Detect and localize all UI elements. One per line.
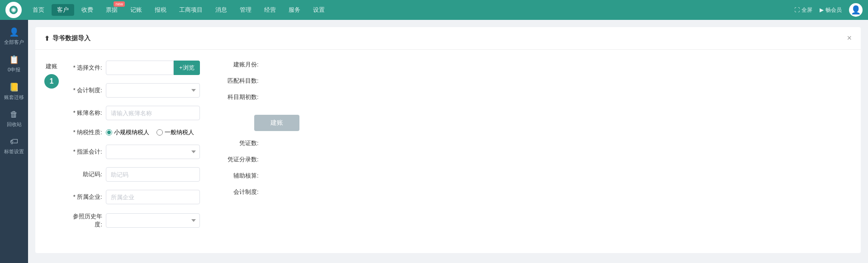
assign-accountant-select[interactable] xyxy=(106,145,200,159)
nav-item-business[interactable]: 工商项目 xyxy=(174,4,208,16)
build-account-label: 建账 xyxy=(46,62,57,70)
tax-general-input[interactable] xyxy=(157,129,163,136)
memo-row: 助记码: xyxy=(66,167,200,182)
memo-input[interactable] xyxy=(106,167,200,182)
build-account-button[interactable]: 建账 xyxy=(254,115,299,131)
vip-label: 畅会员 xyxy=(825,6,842,14)
sidebar-item-label: 0申报 xyxy=(8,66,20,73)
tax-small-radio[interactable]: 小规模纳税人 xyxy=(106,128,149,136)
file-input-group: +浏览 xyxy=(106,61,200,75)
nav-badge-new: new xyxy=(114,1,125,7)
accounting-system-row: 会计制度: xyxy=(218,188,336,196)
sidebar-item-label: 标签设置 xyxy=(4,148,24,155)
avatar-icon: 👤 xyxy=(851,5,861,15)
history-year-select[interactable] xyxy=(106,213,200,228)
history-year-label: 参照历史年度: xyxy=(66,212,102,229)
voucher-label: 凭证数: xyxy=(218,139,259,147)
form-area: 建账 1 * 选择文件: +浏览 xyxy=(35,50,861,248)
month-label: 建账月份: xyxy=(218,61,259,69)
nav-item-invoice-wrap[interactable]: 票据 new xyxy=(100,4,123,16)
sidebar-item-all-customers[interactable]: 👤 全部客户 xyxy=(1,23,27,49)
sidebar-item-label: 账套迁移 xyxy=(4,94,24,101)
sidebar-item-zero-declare[interactable]: 📋 0申报 xyxy=(1,51,27,77)
fullscreen-icon: ⛶ xyxy=(794,7,800,13)
sidebar: 👤 全部客户 📋 0申报 📒 账套迁移 🗑 回收站 🏷 标签设置 xyxy=(0,20,28,263)
fullscreen-label: 全屏 xyxy=(802,6,812,14)
top-navigation: 首页 客户 收费 票据 new 记账 报税 工商项目 消息 管理 经营 服务 设… xyxy=(0,0,868,20)
memo-label: 助记码: xyxy=(66,170,102,178)
svg-point-1 xyxy=(12,9,15,11)
voucher-entries-label: 凭证分录数: xyxy=(218,155,259,164)
nav-item-fee[interactable]: 收费 xyxy=(76,4,99,16)
sidebar-item-label: 回收站 xyxy=(7,121,22,128)
voucher-entries-row: 凭证分录数: xyxy=(218,155,336,164)
file-label: * 选择文件: xyxy=(66,64,102,72)
recycle-icon: 🗑 xyxy=(10,110,18,119)
content-area: ⬆ 导爷数据导入 × 建账 1 xyxy=(28,20,868,263)
close-button[interactable]: × xyxy=(847,33,852,43)
sidebar-item-account-migrate[interactable]: 📒 账套迁移 xyxy=(1,79,27,104)
build-btn-area: 建账 xyxy=(218,115,336,131)
sidebar-item-tag-settings[interactable]: 🏷 标签设置 xyxy=(1,133,27,159)
assign-accountant-label: * 指派会计: xyxy=(66,148,102,156)
file-row: * 选择文件: +浏览 xyxy=(66,61,200,75)
nav-item-manage[interactable]: 管理 xyxy=(234,4,257,16)
initial-label: 科目期初数: xyxy=(218,93,259,101)
all-customers-icon: 👤 xyxy=(9,27,19,37)
company-row: * 所属企业: xyxy=(66,190,200,204)
accounting-label: * 会计制度: xyxy=(66,86,102,94)
tax-small-input[interactable] xyxy=(106,129,112,136)
build-account-label-area: 建账 1 xyxy=(44,61,59,89)
import-icon: ⬆ xyxy=(44,35,50,42)
aux-row: 辅助核算: xyxy=(218,172,336,180)
vip-button[interactable]: ▶ 畅会员 xyxy=(820,6,842,14)
nav-item-home[interactable]: 首页 xyxy=(27,4,50,16)
voucher-row: 凭证数: xyxy=(218,139,336,147)
panel-title: ⬆ 导爷数据导入 xyxy=(44,34,90,42)
fullscreen-button[interactable]: ⛶ 全屏 xyxy=(794,6,812,14)
history-year-row: 参照历史年度: xyxy=(66,212,200,229)
browse-button[interactable]: +浏览 xyxy=(174,61,200,75)
nav-item-bookkeeping[interactable]: 记账 xyxy=(125,4,147,16)
tax-general-label: 一般纳税人 xyxy=(165,128,194,136)
aux-label: 辅助核算: xyxy=(218,172,259,180)
tax-type-label: * 纳税性质: xyxy=(66,128,102,136)
right-form: 建账月份: 匹配科目数: 科目期初数: 建账 xyxy=(218,61,336,237)
accounting-system-label: 会计制度: xyxy=(218,188,259,196)
nav-right: ⛶ 全屏 ▶ 畅会员 👤 xyxy=(794,3,863,17)
panel-header: ⬆ 导爷数据导入 × xyxy=(35,27,861,50)
ledger-row: * 账簿名称: xyxy=(66,106,200,120)
left-form: * 选择文件: +浏览 * 会计制度: xyxy=(66,61,200,237)
initial-row: 科目期初数: xyxy=(218,93,336,101)
tag-settings-icon: 🏷 xyxy=(10,137,18,146)
tax-type-radio-group: 小规模纳税人 一般纳税人 xyxy=(106,128,194,136)
company-input[interactable] xyxy=(106,190,200,204)
tax-type-row: * 纳税性质: 小规模纳税人 一般纳税人 xyxy=(66,128,200,136)
accounting-select[interactable] xyxy=(106,83,200,98)
match-row: 匹配科目数: xyxy=(218,77,336,85)
step-left-container: 建账 1 * 选择文件: +浏览 xyxy=(44,61,200,237)
ledger-label: * 账簿名称: xyxy=(66,109,102,117)
nav-item-service[interactable]: 服务 xyxy=(283,4,306,16)
tax-general-radio[interactable]: 一般纳税人 xyxy=(157,128,194,136)
match-label: 匹配科目数: xyxy=(218,77,259,85)
accounting-row: * 会计制度: xyxy=(66,83,200,98)
tax-small-label: 小规模纳税人 xyxy=(114,128,149,136)
nav-item-tax[interactable]: 报税 xyxy=(149,4,172,16)
import-panel: ⬆ 导爷数据导入 × 建账 1 xyxy=(35,27,861,253)
panel-title-text: 导爷数据导入 xyxy=(52,34,90,42)
ledger-input[interactable] xyxy=(106,106,200,120)
file-input[interactable] xyxy=(106,61,174,75)
nav-item-message[interactable]: 消息 xyxy=(210,4,232,16)
main-layout: 👤 全部客户 📋 0申报 📒 账套迁移 🗑 回收站 🏷 标签设置 ⬆ 导爷 xyxy=(0,20,868,263)
nav-item-customer[interactable]: 客户 xyxy=(52,4,74,16)
nav-item-operate[interactable]: 经营 xyxy=(259,4,281,16)
sidebar-item-recycle[interactable]: 🗑 回收站 xyxy=(1,106,27,132)
account-migrate-icon: 📒 xyxy=(9,82,19,92)
step-badge: 1 xyxy=(44,74,59,89)
logo[interactable] xyxy=(5,2,22,18)
user-avatar[interactable]: 👤 xyxy=(849,3,863,17)
company-label: * 所属企业: xyxy=(66,193,102,201)
nav-item-settings[interactable]: 设置 xyxy=(308,4,330,16)
assign-accountant-row: * 指派会计: xyxy=(66,145,200,159)
